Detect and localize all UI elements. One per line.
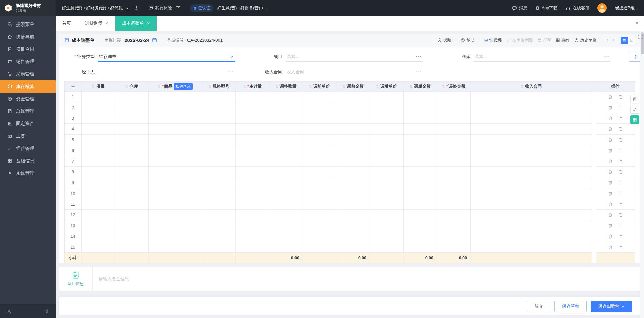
insert-copy-row-icon[interactable]: [618, 170, 623, 174]
delete-row-icon[interactable]: [608, 116, 613, 121]
remarks-input[interactable]: [93, 267, 641, 291]
cell-goods[interactable]: [149, 167, 202, 177]
cell-pre_price[interactable]: [303, 242, 336, 253]
cell-pre_price[interactable]: [303, 92, 336, 102]
business-type-select[interactable]: 结存调整: [98, 52, 235, 62]
cell-goods[interactable]: [149, 124, 202, 135]
cell-pre_amount[interactable]: [336, 231, 370, 242]
cell-pre_amount[interactable]: [336, 210, 370, 220]
float-apps-button[interactable]: [630, 115, 639, 124]
cell-income_contract[interactable]: [471, 135, 592, 145]
cell-post_amount[interactable]: [404, 135, 437, 145]
insert-copy-row-icon[interactable]: [618, 234, 623, 239]
cell-spec[interactable]: [202, 231, 236, 242]
cell-post_price[interactable]: [370, 124, 404, 135]
doc-date-value[interactable]: 2023-03-24: [125, 38, 157, 43]
cell-project[interactable]: [82, 242, 115, 253]
cell-project[interactable]: [82, 177, 115, 188]
cell-income_contract[interactable]: [471, 220, 592, 231]
cell-adjust_qty[interactable]: [269, 113, 303, 124]
cell-adjust_amount[interactable]: [437, 231, 471, 242]
cell-warehouse[interactable]: [115, 113, 149, 124]
cell-pre_price[interactable]: [303, 145, 336, 156]
insert-copy-row-icon[interactable]: [618, 127, 623, 131]
cell-goods[interactable]: [149, 145, 202, 156]
cell-post_price[interactable]: [370, 231, 404, 242]
tab-purchase-return[interactable]: 进货退货 ×: [78, 16, 115, 31]
income-contract-picker-button[interactable]: ···: [416, 69, 422, 74]
cell-warehouse[interactable]: [115, 156, 149, 167]
cell-income_contract[interactable]: [471, 167, 592, 177]
delete-row-icon[interactable]: [608, 159, 613, 164]
app-download-button[interactable]: App下载: [535, 5, 557, 11]
cell-post_amount[interactable]: [404, 231, 437, 242]
column-header-pre_price[interactable]: ⇅调前单价: [303, 82, 336, 92]
cell-adjust_amount[interactable]: [437, 145, 471, 156]
delete-row-icon[interactable]: [608, 223, 613, 228]
sidebar-item-project-contract[interactable]: 项目合同: [0, 43, 56, 55]
delete-row-icon[interactable]: [608, 234, 613, 239]
cell-pre_amount[interactable]: [336, 167, 370, 177]
sort-icon[interactable]: ⇅: [376, 85, 379, 88]
scan-entry-button[interactable]: 扫码录入: [174, 83, 193, 90]
cell-adjust_amount[interactable]: [437, 220, 471, 231]
close-tab-icon[interactable]: ×: [105, 21, 108, 26]
cell-warehouse[interactable]: [115, 92, 149, 102]
insert-copy-row-icon[interactable]: [618, 159, 623, 164]
project-picker-button[interactable]: ···: [416, 54, 422, 59]
cell-unit[interactable]: [236, 124, 269, 135]
sidebar-item-inventory[interactable]: 库存核算: [0, 80, 56, 93]
cell-pre_amount[interactable]: [336, 199, 370, 210]
insert-copy-row-icon[interactable]: [618, 223, 623, 228]
cell-adjust_amount[interactable]: [437, 199, 471, 210]
cell-post_price[interactable]: [370, 113, 404, 124]
cell-project[interactable]: [82, 102, 115, 113]
sidebar-item-payroll[interactable]: 工资: [0, 130, 56, 142]
delete-row-icon[interactable]: [608, 95, 613, 99]
cell-goods[interactable]: [149, 231, 202, 242]
cell-income_contract[interactable]: [471, 199, 592, 210]
sidebar-item-fixed-assets[interactable]: 固定资产: [0, 117, 56, 130]
cell-post_price[interactable]: [370, 177, 404, 188]
cell-unit[interactable]: [236, 156, 269, 167]
cell-goods[interactable]: [149, 220, 202, 231]
insert-copy-row-icon[interactable]: [618, 116, 623, 121]
cell-pre_amount[interactable]: [336, 145, 370, 156]
cell-warehouse[interactable]: [115, 102, 149, 113]
cell-adjust_qty[interactable]: [269, 167, 303, 177]
cell-adjust_amount[interactable]: [437, 156, 471, 167]
sidebar-settings-button[interactable]: [7, 309, 12, 314]
sidebar-item-operations[interactable]: 经营管理: [0, 142, 56, 155]
prev-doc-button[interactable]: [606, 38, 609, 42]
sort-icon[interactable]: ⇅: [521, 85, 524, 88]
cell-pre_price[interactable]: [303, 135, 336, 145]
tab-home[interactable]: 首页: [56, 16, 78, 31]
product-switcher[interactable]: 好生意(普) +好财务(普) +易代账: [62, 5, 129, 11]
cell-unit[interactable]: [236, 199, 269, 210]
cell-goods[interactable]: [149, 102, 202, 113]
action-history-button[interactable]: 历史单据: [574, 37, 597, 43]
cell-pre_amount[interactable]: [336, 124, 370, 135]
delete-row-icon[interactable]: [608, 245, 613, 250]
cell-pre_amount[interactable]: [336, 220, 370, 231]
cell-adjust_qty[interactable]: [269, 102, 303, 113]
calendar-icon[interactable]: [152, 38, 157, 43]
cell-post_price[interactable]: [370, 220, 404, 231]
cell-spec[interactable]: [202, 135, 236, 145]
action-help-button[interactable]: 帮助: [461, 37, 475, 43]
cell-post_price[interactable]: [370, 167, 404, 177]
delete-row-icon[interactable]: [608, 191, 613, 196]
cell-post_price[interactable]: [370, 210, 404, 220]
cell-project[interactable]: [82, 220, 115, 231]
cell-pre_price[interactable]: [303, 188, 336, 199]
cell-warehouse[interactable]: [115, 210, 149, 220]
delete-row-icon[interactable]: [608, 170, 613, 174]
cell-income_contract[interactable]: [471, 113, 592, 124]
cell-post_amount[interactable]: [404, 188, 437, 199]
sort-icon[interactable]: ⇅: [342, 85, 345, 88]
collapse-sidebar-button[interactable]: [44, 309, 49, 314]
cell-warehouse[interactable]: [115, 231, 149, 242]
insert-copy-row-icon[interactable]: [618, 202, 623, 207]
cell-spec[interactable]: [202, 167, 236, 177]
app-logo[interactable]: 畅捷通好业财 普及版: [0, 0, 56, 16]
